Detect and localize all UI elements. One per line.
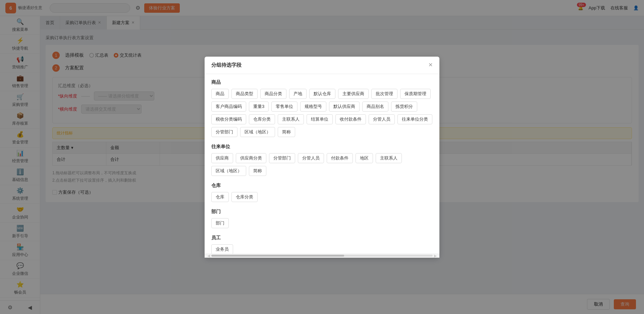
field-tag-1-1[interactable]: 供应商分类 [236, 153, 266, 163]
field-tag-1-7[interactable]: 区域（地区） [211, 166, 246, 176]
modal-body[interactable]: 商品商品商品类型商品分类产地默认仓库主要供应商批次管理保质期管理客户商品编码重量… [205, 74, 439, 254]
field-tag-1-6[interactable]: 主联系人 [376, 153, 402, 163]
field-tags-0: 商品商品类型商品分类产地默认仓库主要供应商批次管理保质期管理客户商品编码重量3零… [211, 89, 433, 137]
field-tag-0-6[interactable]: 批次管理 [371, 89, 397, 99]
field-tag-0-22[interactable]: 分管部门 [211, 127, 237, 137]
field-section-title-2: 仓库 [211, 183, 433, 189]
field-tag-0-7[interactable]: 保质期管理 [400, 89, 431, 99]
field-tag-1-4[interactable]: 付款条件 [327, 153, 353, 163]
hscroll-left-arrow[interactable]: ◀ [206, 254, 211, 258]
field-tag-1-5[interactable]: 地区 [356, 153, 373, 163]
field-tag-4-0[interactable]: 业务员 [211, 244, 233, 254]
modal-title: 分组待选字段 [211, 62, 241, 68]
modal-dialog: 分组待选字段 ✕ 商品商品商品类型商品分类产地默认仓库主要供应商批次管理保质期管… [205, 57, 439, 258]
field-tag-2-1[interactable]: 仓库分类 [231, 192, 258, 202]
field-tag-0-12[interactable]: 默认供应商 [329, 102, 360, 112]
field-section-title-1: 往来单位 [211, 144, 433, 150]
field-tags-1: 供应商供应商分类分管部门分管人员付款条件地区主联系人区域（地区）简称 [211, 153, 433, 176]
field-section-0: 商品商品商品类型商品分类产地默认仓库主要供应商批次管理保质期管理客户商品编码重量… [211, 79, 433, 137]
field-tag-0-23[interactable]: 区域（地区） [240, 127, 275, 137]
modal-overlay[interactable]: 分组待选字段 ✕ 商品商品商品类型商品分类产地默认仓库主要供应商批次管理保质期管… [0, 0, 644, 314]
field-tag-0-5[interactable]: 主要供应商 [338, 89, 369, 99]
field-tag-0-9[interactable]: 重量3 [249, 102, 269, 112]
field-section-3: 部门部门 [211, 209, 433, 228]
modal-close-button[interactable]: ✕ [428, 62, 433, 68]
field-section-title-0: 商品 [211, 79, 433, 85]
field-tag-0-15[interactable]: 税收分类编码 [211, 114, 246, 124]
field-tag-0-1[interactable]: 商品类型 [231, 89, 258, 99]
field-tag-0-3[interactable]: 产地 [289, 89, 307, 99]
field-tag-1-8[interactable]: 简称 [249, 166, 266, 176]
field-tag-0-4[interactable]: 默认仓库 [309, 89, 335, 99]
field-tag-0-24[interactable]: 简称 [278, 127, 295, 137]
hscroll-right-arrow[interactable]: ▶ [433, 254, 438, 258]
field-tag-2-0[interactable]: 仓库 [211, 192, 229, 202]
field-tag-0-11[interactable]: 规格型号 [300, 102, 326, 112]
field-section-title-3: 部门 [211, 209, 433, 215]
field-tags-2: 仓库仓库分类 [211, 192, 433, 202]
field-tag-0-8[interactable]: 客户商品编码 [211, 102, 246, 112]
field-tag-3-0[interactable]: 部门 [211, 218, 229, 228]
field-tag-0-19[interactable]: 收付款条件 [335, 114, 366, 124]
field-tag-1-2[interactable]: 分管部门 [269, 153, 295, 163]
hscroll-track[interactable] [211, 255, 433, 257]
field-tag-0-21[interactable]: 往来单位分类 [397, 114, 432, 124]
field-section-2: 仓库仓库仓库分类 [211, 183, 433, 202]
modal-hscroll[interactable]: ◀ ▶ [205, 254, 439, 258]
field-tag-1-0[interactable]: 供应商 [211, 153, 233, 163]
field-tag-1-3[interactable]: 分管人员 [298, 153, 324, 163]
field-tag-0-14[interactable]: 拣货积分 [391, 102, 417, 112]
field-section-4: 员工业务员 [211, 235, 433, 254]
field-tag-0-0[interactable]: 商品 [211, 89, 229, 99]
field-section-title-4: 员工 [211, 235, 433, 241]
field-tags-4: 业务员 [211, 244, 433, 254]
field-tag-0-18[interactable]: 结算单位 [307, 114, 333, 124]
field-tag-0-20[interactable]: 分管人员 [369, 114, 395, 124]
field-tag-0-13[interactable]: 商品别名 [362, 102, 388, 112]
hscroll-thumb[interactable] [211, 255, 344, 257]
field-tags-3: 部门 [211, 218, 433, 228]
field-tag-0-16[interactable]: 仓库分类 [249, 114, 275, 124]
field-section-1: 往来单位供应商供应商分类分管部门分管人员付款条件地区主联系人区域（地区）简称 [211, 144, 433, 176]
field-tag-0-17[interactable]: 主联系人 [278, 114, 304, 124]
field-tag-0-10[interactable]: 零售单位 [271, 102, 298, 112]
field-tag-0-2[interactable]: 商品分类 [260, 89, 286, 99]
modal-header: 分组待选字段 ✕ [205, 57, 439, 74]
